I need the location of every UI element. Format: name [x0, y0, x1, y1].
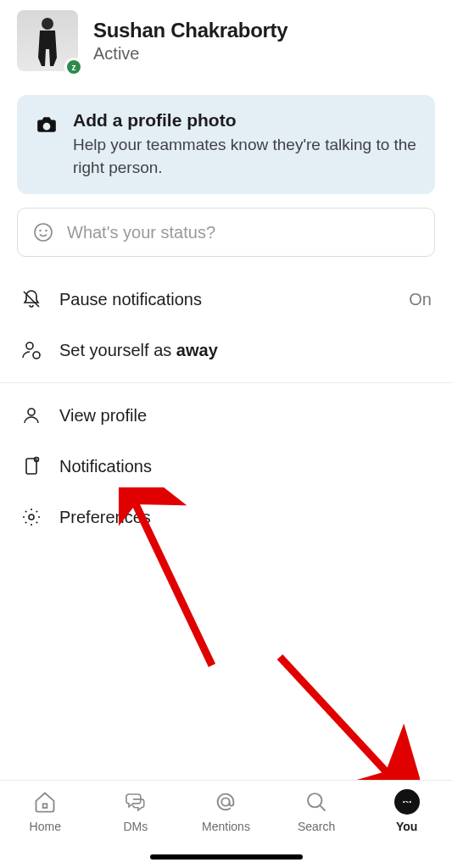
tab-mentions-label: Mentions [202, 820, 250, 833]
presence-badge-icon: z [64, 58, 83, 76]
banner-title: Add a profile photo [73, 110, 416, 131]
svg-point-3 [46, 231, 47, 231]
svg-point-18 [409, 801, 410, 803]
home-indicator [150, 854, 303, 860]
svg-point-10 [29, 515, 34, 520]
chat-icon [123, 789, 148, 815]
tab-home-label: Home [30, 820, 61, 833]
view-profile-label: View profile [59, 406, 432, 426]
user-status: Active [93, 44, 435, 64]
profile-header: z Sushan Chakraborty Active [0, 0, 452, 88]
preferences-label: Preferences [59, 508, 432, 527]
tab-mentions[interactable]: Mentions [181, 789, 271, 833]
svg-point-6 [33, 352, 40, 359]
svg-point-17 [403, 801, 405, 803]
camera-icon [36, 114, 58, 136]
svg-line-12 [280, 657, 386, 771]
tab-search[interactable]: Search [271, 789, 362, 833]
notifications-item[interactable]: Notifications [0, 441, 452, 492]
svg-line-16 [321, 806, 326, 811]
search-icon [304, 789, 329, 815]
status-input-container[interactable] [17, 208, 435, 257]
you-avatar-icon [394, 789, 420, 815]
view-profile-item[interactable]: View profile [0, 390, 452, 441]
tab-search-label: Search [298, 820, 335, 833]
set-away-item[interactable]: Set yourself as away [0, 325, 452, 376]
pause-notifications-label: Pause notifications [59, 290, 392, 309]
tab-you[interactable]: You [361, 789, 452, 833]
list-group-2: View profile Notifications Preferences [0, 390, 452, 542]
divider [0, 382, 452, 383]
svg-point-2 [40, 231, 41, 231]
svg-point-7 [28, 409, 35, 415]
gear-icon [20, 506, 42, 528]
svg-point-15 [308, 793, 321, 807]
banner-text: Add a profile photo Help your teammates … [73, 110, 416, 179]
status-input[interactable] [67, 223, 419, 242]
tab-dms-label: DMs [124, 820, 148, 833]
notifications-label: Notifications [59, 457, 432, 476]
user-icon [20, 404, 42, 426]
pause-notifications-item[interactable]: Pause notifications On [0, 274, 452, 325]
user-name: Sushan Chakraborty [93, 19, 435, 42]
user-info: Sushan Chakraborty Active [93, 19, 435, 64]
avatar-placeholder-icon [31, 15, 64, 66]
home-icon [32, 789, 58, 815]
tab-home[interactable]: Home [0, 789, 91, 833]
preferences-item[interactable]: Preferences [0, 492, 452, 542]
pause-notifications-value: On [409, 290, 432, 309]
svg-point-0 [42, 18, 53, 30]
svg-point-5 [26, 342, 33, 349]
banner-subtitle: Help your teammates know they're talking… [73, 134, 416, 179]
set-away-label: Set yourself as away [59, 341, 432, 360]
annotation-arrow-2 [267, 644, 420, 797]
at-icon [213, 789, 238, 815]
svg-rect-13 [43, 804, 47, 808]
phone-notification-icon [20, 455, 42, 477]
bell-off-icon [20, 288, 42, 310]
svg-point-1 [35, 224, 52, 241]
tab-dms[interactable]: DMs [91, 789, 181, 833]
avatar-container[interactable]: z [17, 10, 78, 71]
svg-point-14 [222, 798, 230, 805]
add-photo-banner[interactable]: Add a profile photo Help your teammates … [17, 95, 435, 194]
smile-icon [33, 222, 53, 242]
tab-you-label: You [396, 820, 417, 833]
list-group-1: Pause notifications On Set yourself as a… [0, 274, 452, 376]
user-presence-icon [20, 339, 42, 361]
